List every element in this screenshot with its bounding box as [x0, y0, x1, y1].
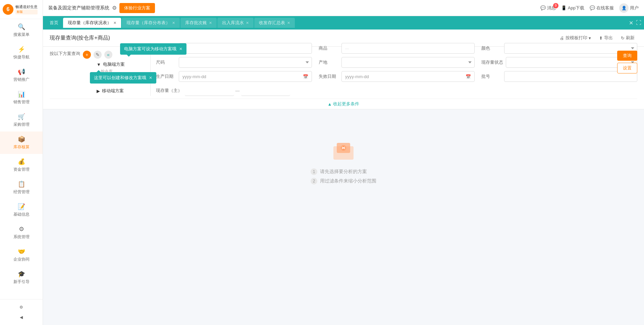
goods-input[interactable]: ···	[341, 43, 475, 54]
message-btn[interactable]: 💬 9 消息	[540, 5, 556, 11]
goods-dots: ···	[345, 46, 471, 51]
color-label: 颜色	[481, 45, 501, 51]
tab-stock-status-label: 现存量（库存状况表）	[68, 20, 111, 26]
tab-minimize-icon[interactable]: ✕	[629, 20, 633, 26]
online-service-btn[interactable]: 💬 在线客服	[590, 5, 614, 11]
sidebar-item-sales[interactable]: 📊 销售管理	[0, 87, 43, 109]
app-download-label: App下载	[568, 5, 584, 11]
scheme-list-area: ▼ 电脑端方案 按仓库 这里可以创建和修改方案哦 ✕ ▶ 移动端方案	[97, 61, 637, 94]
tab-inout-flow[interactable]: 出入库流水 ✕	[217, 18, 254, 28]
tab-fullscreen-icon[interactable]: ⛶	[636, 20, 641, 26]
message-icon: 💬	[540, 5, 546, 10]
app-download-btn[interactable]: 📱 App下载	[561, 5, 584, 11]
operations-icon: 📋	[18, 180, 25, 188]
search-icon: 🔍	[18, 23, 25, 31]
export-icon: ⬆	[599, 36, 603, 41]
tab-stock-status[interactable]: 现存量（库存状况表） ✕	[63, 18, 121, 28]
sidebar-item-collab[interactable]: 🤝 企业协同	[0, 244, 43, 266]
inventory-icon: 📦	[18, 136, 25, 143]
sidebar-item-marketing[interactable]: 📢 营销推广	[0, 64, 43, 87]
tab-batch-close[interactable]: ✕	[209, 21, 212, 25]
mobile-scheme-header[interactable]: ▶ 移动端方案	[97, 88, 637, 94]
tab-summary[interactable]: 收发存汇总表 ✕	[254, 18, 295, 28]
settings-button[interactable]: 设置	[617, 63, 637, 73]
tab-summary-label: 收发存汇总表	[259, 20, 285, 26]
industry-plan-button[interactable]: 体验行业方案	[119, 3, 155, 13]
tab-batch-ledger[interactable]: 库存批次账 ✕	[180, 18, 217, 28]
tab-summary-close[interactable]: ✕	[287, 21, 290, 25]
sidebar-label-inventory: 库存核算	[13, 144, 30, 150]
user-btn[interactable]: 👤 用户	[619, 3, 639, 13]
back-scheme-btn[interactable]: «	[104, 51, 112, 59]
logo-area: 6 畅通道好生意 标版	[0, 0, 43, 19]
system-title: 装备及固定资产辅助管理系统	[48, 5, 109, 11]
brand-badge: 标版	[15, 9, 38, 14]
newbie-icon: 🎓	[18, 270, 25, 278]
tab-stock-dist[interactable]: 现存量（库存分布表） ✕	[122, 18, 180, 28]
sidebar-label-search: 搜索菜单	[13, 32, 30, 38]
query-button[interactable]: 查询	[617, 51, 637, 61]
tab-stock-dist-label: 现存量（库存分布表）	[126, 20, 170, 26]
online-service-label: 在线客服	[596, 5, 614, 11]
sidebar-label-finance: 资金管理	[13, 167, 30, 172]
template-print-btn[interactable]: 🖨 按模板打印 ▾	[557, 34, 594, 42]
sidebar-label-marketing: 营销推广	[13, 77, 30, 83]
topbar: 装备及固定资产辅助管理系统 ⚙ 体验行业方案 💬 9 消息 📱 App下载 💬 …	[43, 0, 644, 16]
sidebar-item-finance[interactable]: 💰 资金管理	[0, 154, 43, 176]
sidebar-settings-btn[interactable]: ⚙	[0, 302, 43, 312]
export-btn[interactable]: ⬆ 导出	[596, 34, 615, 42]
empty-hints: 1 请先选择要分析的方案 2 用过滤条件来缩小分析范围	[311, 168, 376, 184]
pc-scheme-header[interactable]: ▼ 电脑端方案	[97, 61, 637, 67]
filter-section: 按以下方案查询 + ✎ « 电脑方案可设为移动方案哦 ✕ ▼	[43, 47, 644, 109]
chevron-up-icon: ▲	[328, 102, 332, 107]
sidebar-item-operations[interactable]: 📋 经营管理	[0, 176, 43, 199]
main-area: 装备及固定资产辅助管理系统 ⚙ 体验行业方案 💬 9 消息 📱 App下载 💬 …	[43, 0, 644, 325]
logo-icon: 6	[3, 4, 13, 15]
sidebar-item-basicinfo[interactable]: 📝 基础信息	[0, 199, 43, 221]
tab-home[interactable]: 首页	[46, 18, 62, 28]
settings-icon: ⚙	[19, 305, 23, 310]
sidebar-nav: 🔍 搜索菜单 ⚡ 快捷导航 📢 营销推广 📊 销售管理 🛒 采购管理 📦	[0, 19, 43, 299]
collapse-label: 收起更多条件	[333, 101, 359, 107]
tab-inout-close[interactable]: ✕	[246, 21, 249, 25]
sidebar-label-basicinfo: 基础信息	[13, 212, 30, 217]
hint1-num: 1	[311, 168, 317, 175]
sidebar-item-purchase[interactable]: 🛒 采购管理	[0, 109, 43, 131]
topbar-gear-icon[interactable]: ⚙	[112, 5, 117, 11]
goods-label: 商品	[319, 45, 339, 51]
marketing-icon: 📢	[18, 68, 25, 75]
tab-stock-status-close[interactable]: ✕	[113, 21, 116, 25]
sidebar-collapse-btn[interactable]: ◀	[0, 312, 43, 322]
avatar: 👤	[619, 3, 629, 13]
tab-stock-dist-close[interactable]: ✕	[172, 21, 175, 25]
tooltip1-text: 电脑方案可设为移动方案哦	[124, 46, 176, 52]
tooltip2-text: 这里可以创建和修改方案哦	[94, 75, 146, 81]
sidebar-item-inventory[interactable]: 📦 库存核算	[0, 131, 43, 154]
sidebar-item-search[interactable]: 🔍 搜索菜单	[0, 19, 43, 42]
tooltip-pc-scheme: 电脑方案可设为移动方案哦 ✕	[120, 43, 186, 55]
sidebar-item-newbie[interactable]: 🎓 新手引导	[0, 266, 43, 289]
edit-scheme-btn[interactable]: ✎	[94, 51, 102, 59]
tooltip2-close[interactable]: ✕	[149, 75, 152, 80]
collapse-filter-btn[interactable]: ▲ 收起更多条件	[50, 99, 637, 109]
refresh-btn[interactable]: ↻ 刷新	[618, 34, 637, 42]
service-icon: 💬	[590, 5, 595, 10]
hint2-text: 用过滤条件来缩小分析范围	[320, 178, 376, 184]
goods-filter: 商品 ···	[319, 43, 475, 54]
sidebar-item-system[interactable]: ⚙ 系统管理	[0, 221, 43, 244]
sidebar-item-quicknav[interactable]: ⚡ 快捷导航	[0, 42, 43, 64]
quicknav-icon: ⚡	[18, 46, 25, 53]
tab-inout-flow-label: 出入库流水	[222, 20, 244, 26]
warehouse-input[interactable]: ···	[179, 43, 312, 54]
hint1-text: 请先选择要分析的方案	[320, 169, 367, 175]
sidebar-bottom: ⚙ ◀	[0, 299, 43, 325]
phone-icon: 📱	[561, 5, 567, 10]
tooltip-edit-scheme: 这里可以创建和修改方案哦 ✕	[90, 72, 156, 84]
brand-name: 畅通道好生意	[15, 4, 38, 9]
sidebar-label-purchase: 采购管理	[13, 122, 30, 127]
sidebar: 6 畅通道好生意 标版 🔍 搜索菜单 ⚡ 快捷导航 📢 营销推广 📊 销售	[0, 0, 43, 325]
add-scheme-btn[interactable]: +	[83, 51, 91, 59]
pc-scheme-item1[interactable]: 按仓库	[101, 69, 637, 74]
filter-row1: 按仓库 ··· 商品 ··· 颜色	[156, 43, 637, 54]
tooltip1-close[interactable]: ✕	[179, 47, 182, 51]
